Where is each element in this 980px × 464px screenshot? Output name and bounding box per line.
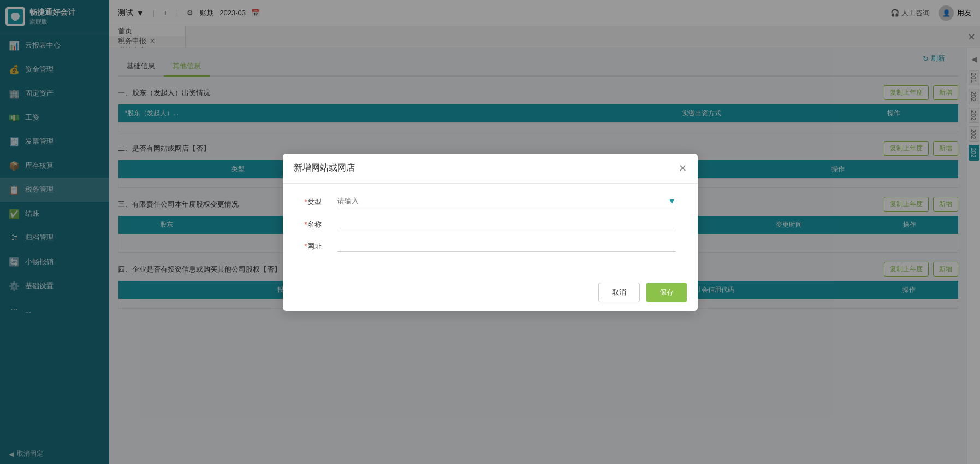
form-row-url: *网址 bbox=[305, 241, 676, 252]
modal-header: 新增网站或网店 ✕ bbox=[283, 154, 698, 184]
save-button[interactable]: 保存 bbox=[646, 283, 687, 302]
form-row-name: *名称 bbox=[305, 219, 676, 230]
form-label-name: *名称 bbox=[305, 220, 337, 230]
form-row-type: *类型 ▼ bbox=[305, 197, 676, 208]
cancel-button[interactable]: 取消 bbox=[598, 283, 640, 302]
modal-close-button[interactable]: ✕ bbox=[679, 162, 687, 174]
required-star-url: * bbox=[305, 242, 307, 250]
add-website-modal: 新增网站或网店 ✕ *类型 ▼ *名称 bbox=[283, 154, 698, 311]
modal-footer: 取消 保存 bbox=[283, 274, 698, 311]
form-control-type: ▼ bbox=[337, 197, 676, 208]
form-control-url bbox=[337, 241, 676, 252]
form-label-type: *类型 bbox=[305, 197, 337, 207]
required-star-type: * bbox=[305, 198, 307, 206]
url-input[interactable] bbox=[337, 241, 676, 249]
form-control-name bbox=[337, 219, 676, 230]
modal-body: *类型 ▼ *名称 *网址 bbox=[283, 184, 698, 274]
dropdown-arrow-type: ▼ bbox=[668, 197, 676, 205]
form-label-url: *网址 bbox=[305, 242, 337, 251]
modal-title: 新增网站或网店 bbox=[294, 162, 355, 174]
type-input[interactable] bbox=[337, 197, 668, 205]
required-star-name: * bbox=[305, 220, 307, 228]
name-input[interactable] bbox=[337, 219, 676, 227]
modal-overlay: 新增网站或网店 ✕ *类型 ▼ *名称 bbox=[0, 0, 980, 464]
